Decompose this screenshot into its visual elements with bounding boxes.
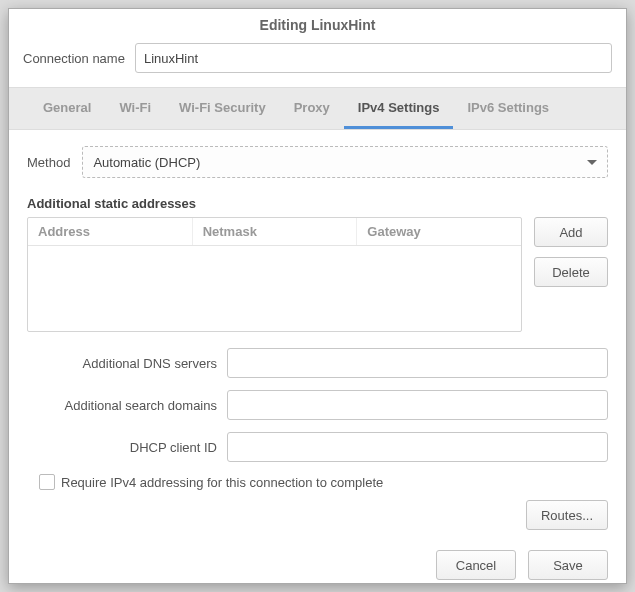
connection-name-row: Connection name <box>9 39 626 77</box>
method-label: Method <box>27 155 70 170</box>
connection-name-input[interactable] <box>135 43 612 73</box>
routes-row: Routes... <box>27 500 608 530</box>
require-ipv4-row: Require IPv4 addressing for this connect… <box>39 474 608 490</box>
tab-general[interactable]: General <box>29 88 105 129</box>
dialog-title: Editing LinuxHint <box>9 9 626 39</box>
delete-button[interactable]: Delete <box>534 257 608 287</box>
method-select[interactable]: Automatic (DHCP) <box>82 146 608 178</box>
require-ipv4-label: Require IPv4 addressing for this connect… <box>61 475 383 490</box>
require-ipv4-checkbox[interactable] <box>39 474 55 490</box>
static-addresses-buttons: Add Delete <box>534 217 608 332</box>
tab-proxy[interactable]: Proxy <box>280 88 344 129</box>
add-button[interactable]: Add <box>534 217 608 247</box>
tab-ipv4-settings[interactable]: IPv4 Settings <box>344 88 454 129</box>
static-addresses-columns: Address Netmask Gateway <box>28 218 521 246</box>
static-addresses-header: Additional static addresses <box>27 196 608 211</box>
col-gateway: Gateway <box>357 218 521 245</box>
chevron-down-icon <box>587 160 597 165</box>
dns-input[interactable] <box>227 348 608 378</box>
method-row: Method Automatic (DHCP) <box>27 146 608 178</box>
static-addresses-table[interactable]: Address Netmask Gateway <box>27 217 522 332</box>
static-addresses-area: Address Netmask Gateway Add Delete <box>27 217 608 332</box>
search-domains-row: Additional search domains <box>27 390 608 420</box>
tab-bar: General Wi-Fi Wi-Fi Security Proxy IPv4 … <box>9 87 626 130</box>
cancel-button[interactable]: Cancel <box>436 550 516 580</box>
col-netmask: Netmask <box>193 218 358 245</box>
method-select-value: Automatic (DHCP) <box>93 155 200 170</box>
dns-label: Additional DNS servers <box>27 356 227 371</box>
search-domains-input[interactable] <box>227 390 608 420</box>
tab-wifi-security[interactable]: Wi-Fi Security <box>165 88 280 129</box>
tab-ipv6-settings[interactable]: IPv6 Settings <box>453 88 563 129</box>
col-address: Address <box>28 218 193 245</box>
routes-button[interactable]: Routes... <box>526 500 608 530</box>
dhcp-client-id-label: DHCP client ID <box>27 440 227 455</box>
tab-wifi[interactable]: Wi-Fi <box>105 88 165 129</box>
edit-connection-dialog: Editing LinuxHint Connection name Genera… <box>8 8 627 584</box>
save-button[interactable]: Save <box>528 550 608 580</box>
dhcp-client-id-row: DHCP client ID <box>27 432 608 462</box>
dialog-footer: Cancel Save <box>9 540 626 592</box>
dns-row: Additional DNS servers <box>27 348 608 378</box>
connection-name-label: Connection name <box>23 51 125 66</box>
search-domains-label: Additional search domains <box>27 398 227 413</box>
background-window-fragment <box>0 0 12 4</box>
tab-content: Method Automatic (DHCP) Additional stati… <box>9 130 626 540</box>
dhcp-client-id-input[interactable] <box>227 432 608 462</box>
